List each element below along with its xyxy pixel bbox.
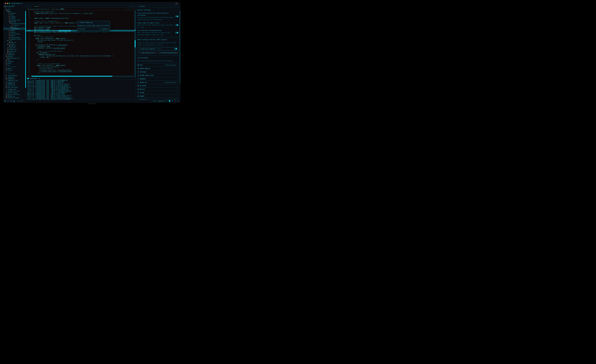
start-new-thread-link[interactable]: + Start New Thread <box>164 64 176 66</box>
tree-item-node-modules[interactable]: node_modules <box>3 66 26 68</box>
tree-item-.env.local[interactable]: .env.local <box>3 73 26 74</box>
debugger-icon[interactable] <box>172 100 173 102</box>
outline-statusbar-button[interactable] <box>10 100 12 102</box>
tree-item-database[interactable]: database <box>3 61 26 62</box>
setting-toggle[interactable] <box>175 32 179 33</box>
horizontal-scrollbar[interactable] <box>31 76 134 77</box>
tree-item-project[interactable]: project <box>3 31 26 33</box>
back-icon[interactable] <box>27 6 29 7</box>
chevron-down-icon[interactable] <box>177 82 179 83</box>
provider-mistral[interactable]: Mistral <box>137 87 179 91</box>
tree-item-contexts[interactable]: contexts <box>3 56 26 57</box>
tree-item-components.json[interactable]: { }components.json <box>3 80 26 82</box>
tree-item-credits[interactable]: credits <box>3 17 26 19</box>
setting-toggle[interactable] <box>175 24 179 26</box>
chevron-down-icon[interactable] <box>177 68 179 69</box>
tree-item-globals.css[interactable]: cssglobals.css <box>3 49 26 50</box>
start-new-thread-link[interactable]: + Start New Thread <box>164 82 176 83</box>
tree-item-polymtechhim[interactable]: PolymTechHIM <box>3 5 26 7</box>
tree-item-.env[interactable]: .env <box>3 71 26 73</box>
editor-settings-icon[interactable] <box>133 8 134 10</box>
people-statusbar-button[interactable] <box>13 100 15 102</box>
tree-item-lib[interactable]: lib <box>3 64 26 66</box>
error-statusbar-button[interactable]: 2 <box>20 100 23 102</box>
chevron-down-icon[interactable] <box>177 71 179 73</box>
user-menu-chevron-icon[interactable] <box>178 3 179 4</box>
breadcrumb-path[interactable]: app/api/max-mode/refine/route.ts <box>28 8 49 10</box>
tree-item-coupons[interactable]: coupons <box>3 16 26 17</box>
edit-prediction-icon[interactable]: z» <box>166 100 167 102</box>
assistant-icon[interactable] <box>175 100 176 102</box>
git-statusbar-button[interactable] <box>7 100 9 102</box>
forward-icon[interactable] <box>30 6 31 7</box>
tree-item-route.ts[interactable]: TS✱route.ts <box>3 28 26 30</box>
tree-item-app[interactable]: app <box>3 9 26 11</box>
tree-item-package.json[interactable]: { }package.json <box>3 88 26 90</box>
tree-item-settings[interactable]: settings <box>3 43 26 45</box>
tree-item-authors.md[interactable]: AUTHORS.md <box>3 78 26 80</box>
breadcrumb[interactable]: app/api/max-mode/refine/route.ts › async… <box>26 8 136 11</box>
edit-mode-icon[interactable] <box>131 8 132 10</box>
zoom-window-button[interactable] <box>9 3 10 4</box>
tree-item-pnpm-lock.yaml[interactable]: pnpm-lock.yaml <box>3 92 26 94</box>
provider-zed[interactable]: Zed+ Start New Thread <box>137 63 179 67</box>
vertical-scrollbar[interactable] <box>134 11 136 77</box>
git-branch-label[interactable]: main <box>20 3 23 4</box>
provider-google-ai[interactable]: GGoogle AI+ Start New Thread <box>137 81 179 84</box>
add-custom-server-button[interactable]: + Add Custom Server <box>137 52 157 54</box>
tab-route-ts[interactable]: route.ts <box>32 5 41 8</box>
tree-item-next.config.mjs[interactable]: JSnext.config.mjs <box>3 87 26 89</box>
project-panel-scrollbar[interactable] <box>25 11 26 88</box>
provider-github-copilot-chat[interactable]: GitHub Copilot Chat <box>137 74 179 77</box>
install-mcp-extensions-button[interactable]: Install MCP Extensions <box>158 52 179 54</box>
provider-deepseek[interactable]: DeepSeek <box>137 77 179 81</box>
tree-item-page.tsx[interactable]: page.tsx <box>3 45 26 47</box>
start-new-thread-link[interactable]: + Start New Thread <box>164 99 176 100</box>
chevron-down-icon[interactable] <box>177 65 179 66</box>
code-editor[interactable]: 12 if (text.trim().length < 10) {11 retu… <box>26 11 136 77</box>
chevron-down-icon[interactable] <box>177 89 179 90</box>
tree-item-.gitattributes[interactable]: .gitattributes <box>3 74 26 76</box>
setting-toggle[interactable] <box>175 15 179 17</box>
tree-item-user-settings[interactable]: user/settings <box>3 37 26 38</box>
tree-item-postcss.config.mjs[interactable]: JSpostcss.config.mjs <box>3 94 26 95</box>
tree-item-subscriptions[interactable]: subscriptions <box>3 33 26 35</box>
language-selector[interactable]: TypeScript <box>158 100 165 102</box>
mcp-server-toggle[interactable] <box>174 48 177 50</box>
provider-openrouter[interactable]: OpenRouter+ Start New Thread <box>137 98 179 99</box>
buffer-search-icon[interactable] <box>126 8 127 10</box>
tree-item-max-mode[interactable]: max-mode <box>3 21 26 23</box>
new-thread-icon[interactable] <box>175 6 176 7</box>
copy-icon[interactable] <box>108 29 109 30</box>
tree-item-hooks[interactable]: hooks <box>3 62 26 64</box>
tree-item-scripts[interactable]: scripts <box>3 69 26 71</box>
provider-openai[interactable]: OpenAI <box>137 94 179 98</box>
tree-item-tokens[interactable]: tokens <box>3 35 26 37</box>
chevron-down-icon[interactable] <box>177 96 179 97</box>
notifications-icon[interactable] <box>178 100 179 102</box>
provider-anthropic[interactable]: Anthropic <box>137 70 179 74</box>
terminal-toggle-button[interactable] <box>169 100 170 102</box>
provider-amazon-bedrock[interactable]: Amazon Bedrock <box>137 67 179 70</box>
split-pane-icon[interactable] <box>131 6 132 7</box>
panel-statusbar-button[interactable] <box>5 100 6 102</box>
tree-item-layout.tsx[interactable]: layout.tsx <box>3 50 26 52</box>
expand-server-icon[interactable] <box>139 48 140 49</box>
chevron-down-icon[interactable] <box>177 85 179 86</box>
tree-item-models[interactable]: models <box>3 30 26 31</box>
tree-item-privacy.md[interactable]: PRIVACY.md <box>3 95 26 97</box>
search-statusbar-button[interactable] <box>17 100 19 102</box>
chevron-down-icon[interactable] <box>177 78 179 79</box>
chevron-down-icon[interactable] <box>177 92 179 93</box>
new-tab-icon[interactable] <box>128 6 130 7</box>
tree-item-analyze[interactable]: analyze <box>3 12 26 14</box>
tree-item-generate-final[interactable]: generate-final <box>3 19 26 21</box>
tree-item-webhooks-stripe[interactable]: webhooks/stripe <box>3 38 26 40</box>
provider-lm-studio[interactable]: LM Studio <box>137 84 179 87</box>
terminal-output[interactable]: -rw-r--r--@ 1 davidcavalcante staff 112B… <box>26 80 136 100</box>
tree-item-.gitignore[interactable]: .gitignore <box>3 76 26 78</box>
tree-item-auth[interactable]: auth <box>3 40 26 42</box>
tree-item-auth[interactable]: auth <box>3 14 26 16</box>
maximize-pane-icon[interactable] <box>133 6 134 7</box>
tree-item-route.ts[interactable]: TSroute.ts <box>3 24 26 26</box>
